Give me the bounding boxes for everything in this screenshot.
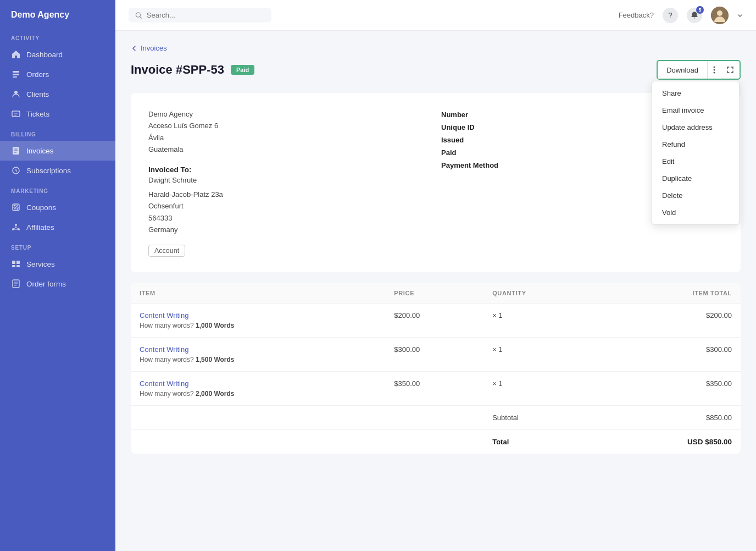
services-icon <box>11 259 21 269</box>
dropdown-update-address[interactable]: Update address <box>652 119 739 136</box>
svg-point-11 <box>12 228 14 230</box>
item-qty-2: × 1 <box>483 337 600 371</box>
sidebar-item-orders[interactable]: Orders <box>0 64 115 84</box>
close-panel-button[interactable] <box>721 62 740 78</box>
item-qty-1: × 1 <box>483 303 600 337</box>
search-wrap[interactable] <box>129 8 271 23</box>
page-title: Invoice #SPP-53 <box>131 63 224 77</box>
sidebar-item-services[interactable]: Services <box>0 254 115 274</box>
search-icon <box>135 12 142 19</box>
sidebar-item-subscriptions[interactable]: Subscriptions <box>0 161 115 180</box>
download-button[interactable]: Download <box>658 62 708 79</box>
account-tag[interactable]: Account <box>148 245 185 257</box>
page-content: Invoices Invoice #SPP-53 Paid Download S… <box>115 31 756 551</box>
from-city: Ávila <box>148 132 430 144</box>
dropdown-refund[interactable]: Refund <box>652 136 739 153</box>
col-item: ITEM <box>131 283 385 304</box>
from-address1: Acceso Luís Gomez 6 <box>148 120 430 131</box>
item-price-1: $200.00 <box>385 303 483 337</box>
item-total-1: $200.00 <box>600 303 741 337</box>
svg-rect-0 <box>13 71 19 73</box>
expand-icon <box>726 66 734 74</box>
feedback-button[interactable]: Feedback? <box>619 11 654 19</box>
section-label-activity: ACTIVITY <box>0 27 115 45</box>
item-price-2: $300.00 <box>385 337 483 371</box>
total-value: USD $850.00 <box>600 429 741 454</box>
item-cell-3: Content Writing How many words? 2,000 Wo… <box>131 371 385 405</box>
affiliates-icon <box>11 222 21 232</box>
dropdown-email-invoice[interactable]: Email invoice <box>652 102 739 119</box>
svg-point-8 <box>17 208 19 210</box>
dropdown-void[interactable]: Void <box>652 204 739 221</box>
svg-rect-15 <box>12 265 15 267</box>
svg-point-18 <box>136 12 140 16</box>
header-actions: Download Share Email invoice Update addr… <box>657 60 741 80</box>
page-title-wrap: Invoice #SPP-53 Paid <box>131 63 254 77</box>
to-name: Dwight Schrute <box>148 176 430 184</box>
table-header-row: ITEM PRICE QUANTITY ITEM TOTAL <box>131 283 741 304</box>
invoiced-to-label: Invoiced To: <box>148 166 430 174</box>
item-desc-2: How many words? 1,500 Words <box>140 356 235 363</box>
item-total-2: $300.00 <box>600 337 741 371</box>
table-row: Content Writing How many words? 2,000 Wo… <box>131 371 741 405</box>
dropdown-edit[interactable]: Edit <box>652 153 739 170</box>
notifications-button[interactable]: 5 <box>687 8 702 23</box>
tickets-icon <box>11 109 21 119</box>
sidebar-item-order-forms[interactable]: Order forms <box>0 274 115 294</box>
brand-logo: Demo Agency <box>0 0 115 27</box>
coupons-icon <box>11 202 21 212</box>
status-badge: Paid <box>231 65 254 75</box>
svg-rect-16 <box>16 265 20 267</box>
subtotal-row: Subtotal $850.00 <box>131 405 741 429</box>
svg-point-20 <box>717 10 722 16</box>
notification-count: 5 <box>696 6 704 14</box>
svg-point-10 <box>15 224 17 226</box>
user-avatar[interactable] <box>711 7 729 24</box>
invoice-details-card: Demo Agency Acceso Luís Gomez 6 Ávila Gu… <box>131 93 741 272</box>
item-name-link-1[interactable]: Content Writing <box>140 311 376 319</box>
total-row: Total USD $850.00 <box>131 429 741 454</box>
item-price-3: $350.00 <box>385 371 483 405</box>
svg-rect-14 <box>16 261 20 264</box>
subtotal-label: Subtotal <box>483 405 600 429</box>
clients-icon <box>11 89 21 99</box>
item-name-link-3[interactable]: Content Writing <box>140 379 376 388</box>
item-cell-1: Content Writing How many words? 1,000 Wo… <box>131 303 385 337</box>
section-label-marketing: MARKETING <box>0 180 115 197</box>
invoice-from-section: Demo Agency Acceso Luís Gomez 6 Ávila Gu… <box>148 108 430 257</box>
item-desc-1: How many words? 1,000 Words <box>140 322 235 329</box>
sidebar-item-affiliates[interactable]: Affiliates <box>0 217 115 237</box>
sidebar-item-tickets[interactable]: Tickets <box>0 104 115 124</box>
topbar: Feedback? ? 5 <box>115 0 756 31</box>
more-options-icon-button[interactable] <box>708 61 721 79</box>
total-label: Total <box>483 429 600 454</box>
dropdown-delete[interactable]: Delete <box>652 187 739 204</box>
orders-icon <box>11 69 21 79</box>
chevron-left-icon <box>131 45 137 52</box>
svg-point-3 <box>14 91 18 94</box>
item-total-3: $350.00 <box>600 371 741 405</box>
main-content: Feedback? ? 5 Invoices Invoice #SPP-53 P <box>115 0 756 551</box>
invoice-layout: Demo Agency Acceso Luís Gomez 6 Ávila Gu… <box>148 108 723 257</box>
sidebar-item-invoices[interactable]: Invoices <box>0 141 115 161</box>
sidebar-item-coupons[interactable]: Coupons <box>0 197 115 217</box>
invoice-from: Demo Agency Acceso Luís Gomez 6 Ávila Gu… <box>148 108 430 156</box>
search-input[interactable] <box>147 11 265 19</box>
dropdown-share[interactable]: Share <box>652 85 739 102</box>
invoices-icon <box>11 146 21 156</box>
help-icon-button[interactable]: ? <box>663 8 678 23</box>
svg-point-21 <box>714 67 715 68</box>
dropdown-duplicate[interactable]: Duplicate <box>652 170 739 187</box>
item-cell-2: Content Writing How many words? 1,500 Wo… <box>131 337 385 371</box>
order-forms-icon <box>11 279 21 289</box>
breadcrumb[interactable]: Invoices <box>131 44 741 52</box>
col-quantity: QUANTITY <box>483 283 600 304</box>
item-name-link-2[interactable]: Content Writing <box>140 345 376 354</box>
from-company: Demo Agency <box>148 108 430 120</box>
col-total: ITEM TOTAL <box>600 283 741 304</box>
to-city: Ochsenfurt <box>148 200 430 212</box>
to-address: Harald-Jacob-Platz 23a Ochsenfurt 564333… <box>148 189 430 236</box>
sidebar-item-dashboard[interactable]: Dashboard <box>0 45 115 64</box>
svg-rect-2 <box>13 76 17 78</box>
sidebar-item-clients[interactable]: Clients <box>0 84 115 104</box>
